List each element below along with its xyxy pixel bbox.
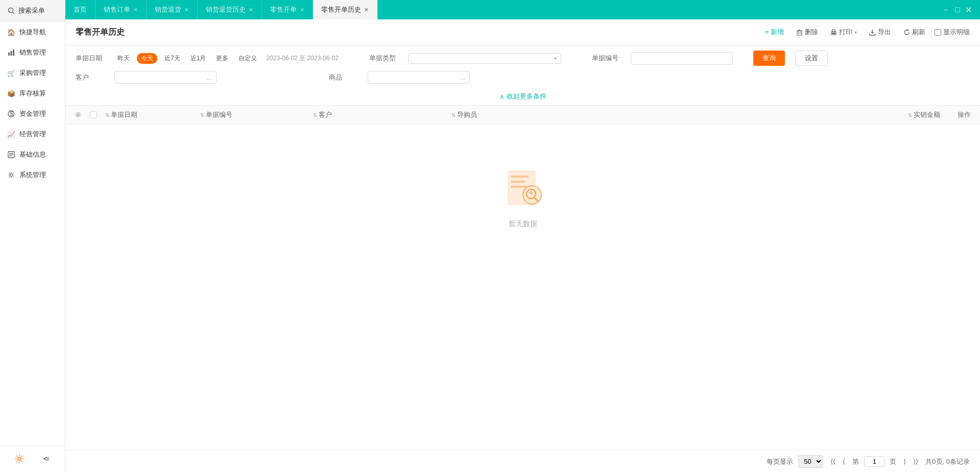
- query-button[interactable]: 查询: [753, 51, 785, 66]
- page-title: 零售开单历史: [76, 27, 125, 38]
- th-actions-label: 操作: [958, 110, 971, 119]
- sort-icon[interactable]: ⇅: [451, 112, 456, 118]
- sort-icon[interactable]: ⇅: [200, 112, 204, 118]
- date-last-month-btn[interactable]: 近1月: [187, 53, 209, 64]
- tab-label: 销货退货历史: [206, 5, 246, 14]
- svg-point-12: [18, 457, 21, 460]
- collapse-bar[interactable]: ∧ 收起更多条件: [76, 89, 970, 105]
- sort-icon[interactable]: ⇅: [908, 112, 912, 118]
- first-page-btn[interactable]: ⟨⟨: [828, 457, 838, 466]
- th-date-label: 单据日期: [111, 110, 137, 119]
- refresh-icon: [903, 29, 910, 36]
- chevron-up-icon: ∧: [499, 93, 505, 101]
- customer-dots-btn[interactable]: ...: [206, 73, 212, 81]
- sidebar-search[interactable]: 搜索采单: [0, 0, 65, 22]
- export-button[interactable]: 导出: [866, 26, 894, 39]
- pagination-bar: 每页显示 50 ⟨⟨ ⟨ 第 页 ⟩ ⟩⟩ 共0页, 0条记录: [65, 450, 980, 473]
- table-container: ⇅ 单据日期 ⇅ 单据编号 ⇅ 客户 ⇅ 导购员 ⇅ 实销金额 操作: [65, 105, 980, 450]
- header-checkbox[interactable]: [90, 111, 97, 118]
- refresh-label: 刷新: [912, 28, 925, 37]
- tab-close-icon[interactable]: ✕: [184, 7, 189, 13]
- date-more-btn[interactable]: 更多: [213, 53, 231, 64]
- settings-button[interactable]: 设置: [795, 51, 828, 66]
- collapse-bottom-btn[interactable]: [39, 452, 52, 467]
- search-icon: [7, 7, 15, 15]
- content-header: 零售开单历史 + 新增 删除: [65, 19, 980, 45]
- svg-line-1: [13, 12, 15, 14]
- th-check[interactable]: [86, 111, 101, 118]
- sort-icon[interactable]: ⇅: [105, 112, 109, 118]
- tab-sales-return[interactable]: 销货退货 ✕: [147, 0, 198, 19]
- th-settings[interactable]: [70, 111, 86, 118]
- display-cols-toggle[interactable]: 显示明细: [935, 28, 970, 37]
- date-range-display: 2023-06-02 至 2023-06-02: [266, 54, 338, 63]
- sidebar-item-quick-nav[interactable]: 🏠 快捷导航: [0, 22, 65, 42]
- print-button[interactable]: 打印 ▾: [827, 26, 860, 39]
- sidebar-item-sys-mgmt[interactable]: 系统管理: [0, 165, 65, 185]
- tab-retail-history[interactable]: 零售开单历史 ✕: [313, 0, 377, 19]
- tab-bar: 首页 销售订单 ✕ 销货退货 ✕ 销货退货历史 ✕ 零售开单 ✕ 零售开单历史 …: [65, 0, 980, 19]
- th-ordernum: ⇅ 单据编号: [196, 110, 308, 119]
- tab-home[interactable]: 首页: [65, 0, 95, 19]
- settings-bottom-btn[interactable]: [13, 452, 26, 467]
- pagination-nav: ⟨⟨ ⟨ 第 页 ⟩ ⟩⟩: [828, 456, 920, 467]
- svg-text:$: $: [10, 110, 14, 117]
- sidebar-item-sales-mgmt[interactable]: 销售管理: [0, 42, 65, 63]
- tab-close-icon[interactable]: ✕: [249, 7, 253, 13]
- page-input[interactable]: [864, 456, 885, 467]
- display-cols-checkbox[interactable]: [935, 29, 941, 36]
- sidebar-item-operations[interactable]: 📈 经营管理: [0, 124, 65, 144]
- order-type-select[interactable]: ▾: [408, 53, 561, 64]
- info-icon: [7, 151, 15, 159]
- per-page-select[interactable]: 50: [798, 455, 823, 468]
- tab-close-icon[interactable]: ✕: [300, 7, 304, 13]
- date-filter-label: 单据日期: [76, 54, 104, 63]
- refresh-button[interactable]: 刷新: [900, 26, 928, 39]
- chart-icon: [7, 48, 15, 57]
- delete-button[interactable]: 删除: [793, 26, 821, 39]
- filter-area: 单据日期 昨天 今天 近7天 近1月 更多 自定义 2023-06-02 至 2…: [65, 45, 980, 105]
- prev-page-btn[interactable]: ⟨: [841, 457, 847, 466]
- sidebar-item-label: 销售管理: [19, 48, 46, 57]
- goods-field[interactable]: [372, 73, 460, 81]
- tab-home-label: 首页: [74, 5, 87, 14]
- customer-label: 客户: [76, 73, 104, 82]
- tab-retail-open[interactable]: 零售开单 ✕: [262, 0, 313, 19]
- tab-label: 销货退货: [155, 5, 181, 14]
- maximize-btn[interactable]: □: [955, 5, 960, 14]
- order-num-field[interactable]: [635, 55, 728, 62]
- goods-input[interactable]: ...: [368, 71, 470, 84]
- sidebar-item-basic-info[interactable]: 基础信息: [0, 144, 65, 165]
- customer-input[interactable]: ...: [114, 71, 217, 84]
- tab-sales-order[interactable]: 销售订单 ✕: [95, 0, 147, 19]
- date-custom-btn[interactable]: 自定义: [235, 53, 260, 64]
- sort-icon[interactable]: ⇅: [313, 112, 317, 118]
- sidebar-item-label: 采购管理: [19, 68, 46, 78]
- th-guide: ⇅ 导购员: [447, 110, 542, 119]
- date-last7-btn[interactable]: 近7天: [161, 53, 183, 64]
- per-page-label: 每页显示: [767, 457, 793, 466]
- sidebar-item-finance[interactable]: $ 资金管理: [0, 104, 65, 124]
- print-dropdown-icon[interactable]: ▾: [854, 30, 857, 35]
- settings-icon: [75, 111, 82, 118]
- goods-dots-btn[interactable]: ...: [460, 73, 465, 81]
- minimize-btn[interactable]: －: [942, 5, 950, 15]
- sidebar-item-inventory[interactable]: 📦 库存核算: [0, 83, 65, 104]
- toolbar: + 新增 删除: [762, 26, 970, 39]
- next-page-btn[interactable]: ⟩: [901, 457, 908, 466]
- page-label: 第: [850, 456, 861, 467]
- tab-sales-return-history[interactable]: 销货退货历史 ✕: [198, 0, 262, 19]
- order-num-input[interactable]: [631, 52, 733, 65]
- add-button[interactable]: + 新增: [762, 26, 787, 39]
- date-today-btn[interactable]: 今天: [137, 53, 157, 64]
- customer-field[interactable]: [119, 73, 206, 81]
- close-btn[interactable]: ✕: [965, 5, 972, 15]
- sidebar-item-label: 快捷导航: [19, 28, 46, 37]
- print-icon: [830, 29, 837, 36]
- svg-point-0: [9, 8, 13, 13]
- sidebar-item-purchase-mgmt[interactable]: 🛒 采购管理: [0, 63, 65, 83]
- tab-close-icon[interactable]: ✕: [364, 7, 369, 13]
- date-yesterday-btn[interactable]: 昨天: [114, 53, 133, 64]
- tab-close-icon[interactable]: ✕: [133, 7, 138, 13]
- last-page-btn[interactable]: ⟩⟩: [911, 457, 920, 466]
